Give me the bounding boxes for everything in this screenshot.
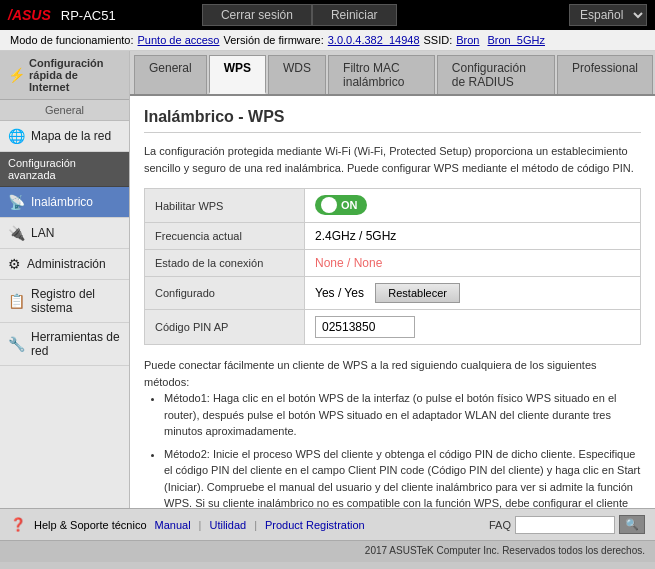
top-bar: /ASUS RP-AC51 Cerrar sesión Reiniciar Es… <box>0 0 655 30</box>
pin-ap-value <box>305 310 641 345</box>
quick-internet-icon: ⚡ <box>8 67 25 83</box>
method2-item: Método2: Inicie el proceso WPS del clien… <box>164 446 641 509</box>
toggle-label: ON <box>341 199 358 211</box>
lan-icon: 🔌 <box>8 225 25 241</box>
tab-mac-filter[interactable]: Filtro MAC inalámbrico <box>328 55 435 94</box>
page-title: Inalámbrico - WPS <box>144 108 641 133</box>
tab-general[interactable]: General <box>134 55 207 94</box>
sidebar-item-quick-internet[interactable]: ⚡ Configuración rápida de Internet <box>0 51 129 100</box>
connect-text: Puede conectar fácilmente un cliente de … <box>144 357 641 390</box>
wireless-icon: 📡 <box>8 194 25 210</box>
top-buttons: Cerrar sesión Reiniciar <box>202 4 397 26</box>
connection-status-label: Estado de la conexión <box>145 250 305 277</box>
language-selector[interactable]: Español English <box>569 4 647 26</box>
tab-radius[interactable]: Configuración de RADIUS <box>437 55 555 94</box>
connection-status-value: None / None <box>305 250 641 277</box>
configured-text: Yes / Yes <box>315 286 364 300</box>
link-utility[interactable]: Utilidad <box>209 519 246 531</box>
sidebar-admin-label: Administración <box>27 257 106 271</box>
sep1: | <box>199 519 202 531</box>
model-name: RP-AC51 <box>61 8 116 23</box>
sidebar-tools-label: Herramientas de red <box>31 330 121 358</box>
sidebar: ⚡ Configuración rápida de Internet Gener… <box>0 51 130 508</box>
sidebar-item-syslog[interactable]: 📋 Registro del sistema <box>0 280 129 323</box>
search-area: FAQ 🔍 <box>489 515 645 534</box>
current-freq-value: 2.4GHz / 5GHz <box>305 223 641 250</box>
method1-item: Método1: Haga clic en el botón WPS de la… <box>164 390 641 440</box>
link-product[interactable]: Product Registration <box>265 519 365 531</box>
syslog-icon: 📋 <box>8 293 25 309</box>
network-map-icon: 🌐 <box>8 128 25 144</box>
sidebar-network-map-label: Mapa de la red <box>31 129 111 143</box>
ssid1-link[interactable]: Bron <box>456 34 479 46</box>
tab-wps[interactable]: WPS <box>209 55 266 94</box>
tabs-bar: General WPS WDS Filtro MAC inalámbrico C… <box>130 51 655 96</box>
help-label: Help & Soporte técnico <box>34 519 147 531</box>
asus-logo: /ASUS <box>8 7 51 23</box>
firmware-label: Versión de firmware: <box>223 34 323 46</box>
sidebar-item-lan[interactable]: 🔌 LAN <box>0 218 129 249</box>
mode-label: Modo de funcionamiento: <box>10 34 134 46</box>
sep2: | <box>254 519 257 531</box>
sidebar-item-tools[interactable]: 🔧 Herramientas de red <box>0 323 129 366</box>
ssid-label: SSID: <box>424 34 453 46</box>
mode-link[interactable]: Punto de acceso <box>138 34 220 46</box>
sidebar-item-wireless[interactable]: 📡 Inalámbrico <box>0 187 129 218</box>
language-select[interactable]: Español English <box>569 4 647 26</box>
methods-list: Método1: Haga clic en el botón WPS de la… <box>144 390 641 508</box>
restart-button[interactable]: Reiniciar <box>312 4 397 26</box>
connect-section: Puede conectar fácilmente un cliente de … <box>144 357 641 508</box>
faq-label: FAQ <box>489 519 511 531</box>
sidebar-item-admin[interactable]: ⚙ Administración <box>0 249 129 280</box>
restore-button[interactable]: Restablecer <box>375 283 460 303</box>
pin-ap-label: Código PIN AP <box>145 310 305 345</box>
pin-ap-input[interactable] <box>315 316 415 338</box>
sidebar-quick-label: Configuración rápida de Internet <box>29 57 121 93</box>
tools-icon: 🔧 <box>8 336 25 352</box>
logo-area: /ASUS RP-AC51 <box>8 7 116 23</box>
configured-row: Configurado Yes / Yes Restablecer <box>145 277 641 310</box>
sidebar-syslog-label: Registro del sistema <box>31 287 121 315</box>
sidebar-lan-label: LAN <box>31 226 54 240</box>
configured-label: Configurado <box>145 277 305 310</box>
main-layout: ⚡ Configuración rápida de Internet Gener… <box>0 51 655 508</box>
copyright-bar: 2017 ASUSTeK Computer Inc. Reservados to… <box>0 540 655 562</box>
search-button[interactable]: 🔍 <box>619 515 645 534</box>
firmware-bar: Modo de funcionamiento: Punto de acceso … <box>0 30 655 51</box>
sidebar-advanced-section: Configuración avanzada <box>0 152 129 187</box>
current-freq-row: Frecuencia actual 2.4GHz / 5GHz <box>145 223 641 250</box>
tab-professional[interactable]: Professional <box>557 55 653 94</box>
enable-wps-row: Habilitar WPS ON <box>145 189 641 223</box>
sidebar-general-section: General <box>0 100 129 121</box>
sidebar-item-network-map[interactable]: 🌐 Mapa de la red <box>0 121 129 152</box>
link-manual[interactable]: Manual <box>155 519 191 531</box>
ssid2-link[interactable]: Bron_5GHz <box>488 34 545 46</box>
logout-button[interactable]: Cerrar sesión <box>202 4 312 26</box>
copyright-text: 2017 ASUSTeK Computer Inc. Reservados to… <box>365 545 645 556</box>
current-freq-label: Frecuencia actual <box>145 223 305 250</box>
wps-toggle[interactable]: ON <box>315 195 367 215</box>
admin-icon: ⚙ <box>8 256 21 272</box>
enable-wps-label: Habilitar WPS <box>145 189 305 223</box>
tab-wds[interactable]: WDS <box>268 55 326 94</box>
connection-status-text: None / None <box>315 256 382 270</box>
pin-ap-row: Código PIN AP <box>145 310 641 345</box>
sidebar-wireless-label: Inalámbrico <box>31 195 93 209</box>
search-input[interactable] <box>515 516 615 534</box>
toggle-knob <box>321 197 337 213</box>
enable-wps-value: ON <box>305 189 641 223</box>
configured-value: Yes / Yes Restablecer <box>305 277 641 310</box>
page-description: La configuración protegida mediante Wi-F… <box>144 143 641 176</box>
firmware-link[interactable]: 3.0.0.4.382_14948 <box>328 34 420 46</box>
content-area: General WPS WDS Filtro MAC inalámbrico C… <box>130 51 655 508</box>
bottom-bar: ❓ Help & Soporte técnico Manual | Utilid… <box>0 508 655 540</box>
connection-status-row: Estado de la conexión None / None <box>145 250 641 277</box>
page-content: Inalámbrico - WPS La configuración prote… <box>130 96 655 508</box>
help-icon: ❓ <box>10 517 26 532</box>
wps-form-table: Habilitar WPS ON Frecuencia actual 2.4GH… <box>144 188 641 345</box>
